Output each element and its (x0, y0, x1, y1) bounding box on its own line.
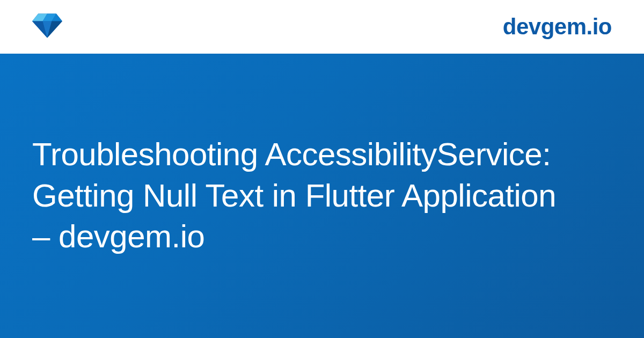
brand-name: devgem.io (503, 14, 612, 40)
page-title: Troubleshooting AccessibilityService: Ge… (32, 134, 558, 258)
header: devgem.io (0, 0, 644, 54)
logo (32, 13, 62, 41)
hero-section: Troubleshooting AccessibilityService: Ge… (0, 54, 644, 338)
diamond-icon (32, 13, 62, 41)
